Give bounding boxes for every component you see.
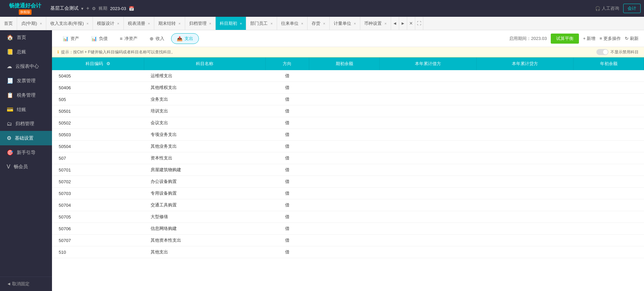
table-row[interactable]: 50704 交通工具购置 借 bbox=[52, 199, 644, 211]
tab-close-all-button[interactable]: ✕ bbox=[407, 17, 415, 30]
consult-button[interactable]: 🎧 人工咨询 bbox=[595, 5, 619, 11]
tab-bar: 首页贞(中期)×收入支出表(年报)×模版设计×税表清册×期末结转×归档管理×科目… bbox=[0, 17, 644, 30]
tab-next-button[interactable]: ► bbox=[399, 17, 407, 30]
refresh-button[interactable]: ↻ 刷新 bbox=[625, 36, 639, 42]
close-tab-icon[interactable]: × bbox=[240, 21, 242, 26]
close-tab-icon[interactable]: × bbox=[40, 21, 42, 26]
close-tab-icon[interactable]: × bbox=[178, 21, 180, 26]
cell-year-opening bbox=[574, 117, 644, 129]
tab-科目期初[interactable]: 科目期初× bbox=[216, 17, 246, 30]
table-row[interactable]: 50705 大型修缮 借 bbox=[52, 211, 644, 223]
tab-往来单位[interactable]: 往来单位× bbox=[277, 17, 308, 30]
table-container[interactable]: 科目编码 ⚙ 科目名称 方向 期初余额 本年累计借方 本年累计贷方 年初余额 5… bbox=[52, 57, 644, 291]
sidebar-item-总账[interactable]: 📒总账 bbox=[0, 45, 52, 59]
close-tab-icon[interactable]: × bbox=[323, 21, 325, 26]
cell-name: 专用设备购置 bbox=[144, 188, 265, 199]
more-icon: ≡ bbox=[599, 36, 602, 41]
sidebar-collapse-button[interactable]: ◄ 取消固定 bbox=[0, 277, 52, 291]
sidebar: 🏠首页📒总账☁云报表中心🧾发票管理📋税务管理💳结账🗂归档管理⚙基础设置🎯新手引导… bbox=[0, 30, 52, 291]
cell-code: 50705 bbox=[52, 211, 144, 223]
cell-opening-balance bbox=[309, 199, 380, 211]
sidebar-item-税务管理[interactable]: 📋税务管理 bbox=[0, 88, 52, 102]
cell-name: 培训支出 bbox=[144, 105, 265, 117]
cell-code: 50701 bbox=[52, 164, 144, 176]
sidebar-label: 首页 bbox=[17, 35, 26, 41]
close-tab-icon[interactable]: × bbox=[209, 21, 211, 26]
cell-year-opening bbox=[574, 141, 644, 152]
table-row[interactable]: 50405 运维维支出 借 bbox=[52, 70, 644, 82]
tab-存货[interactable]: 存货× bbox=[308, 17, 329, 30]
tab-期末结转[interactable]: 期末结转× bbox=[154, 17, 185, 30]
add-button[interactable]: + 新增 bbox=[583, 36, 595, 42]
tab-贞(中期)[interactable]: 贞(中期)× bbox=[17, 17, 46, 30]
close-tab-icon[interactable]: × bbox=[354, 21, 356, 26]
company-dropdown-icon[interactable]: ▾ bbox=[81, 6, 84, 11]
gear-icon[interactable]: ⚙ bbox=[106, 61, 110, 66]
table-row[interactable]: 507 资本性支出 借 bbox=[52, 152, 644, 164]
sidebar-icon: 🎯 bbox=[7, 149, 13, 156]
sub-tab-收入[interactable]: ⊕收入 bbox=[144, 33, 170, 44]
cell-name: 资本性支出 bbox=[144, 152, 265, 164]
table-row[interactable]: 50504 其他业务支出 借 bbox=[52, 141, 644, 152]
table-row[interactable]: 50707 其他资本性支出 借 bbox=[52, 235, 644, 246]
tab-maximize-button[interactable]: ⛶ bbox=[415, 17, 423, 30]
settings-icon[interactable]: ⚙ bbox=[92, 6, 96, 11]
sidebar-item-畅会员[interactable]: V畅会员 bbox=[0, 160, 52, 174]
sub-tab-负债[interactable]: 📊负债 bbox=[86, 33, 113, 44]
sidebar-item-基础设置[interactable]: ⚙基础设置 bbox=[0, 131, 52, 145]
sub-tab-净资产[interactable]: ≡净资产 bbox=[114, 33, 143, 44]
table-row[interactable]: 510 其他支出 借 bbox=[52, 246, 644, 258]
calendar-icon[interactable]: 📅 bbox=[129, 6, 134, 11]
account-button[interactable]: 会计 bbox=[623, 4, 641, 13]
tab-税表清册[interactable]: 税表清册× bbox=[124, 17, 154, 30]
table-row[interactable]: 50703 专用设备购置 借 bbox=[52, 188, 644, 199]
sidebar-icon: 📒 bbox=[7, 49, 13, 55]
tab-计量单位[interactable]: 计量单位× bbox=[330, 17, 360, 30]
hint-text: 提示：按Ctrl + F键并输入科目编码或者科目名称可以查找科目。 bbox=[61, 49, 175, 55]
close-tab-icon[interactable]: × bbox=[117, 21, 119, 26]
sidebar-item-云报表中心[interactable]: ☁云报表中心 bbox=[0, 59, 52, 74]
tab-首页[interactable]: 首页 bbox=[0, 17, 17, 30]
table-row[interactable]: 50406 其他维权支出 借 bbox=[52, 82, 644, 94]
cell-ytd-debit bbox=[380, 129, 477, 141]
sidebar-item-发票管理[interactable]: 🧾发票管理 bbox=[0, 74, 52, 88]
more-button[interactable]: ≡ 更多操作 bbox=[599, 36, 621, 42]
tab-模版设计[interactable]: 模版设计× bbox=[93, 17, 123, 30]
sidebar-item-归档管理[interactable]: 🗂归档管理 bbox=[0, 117, 52, 131]
table-row[interactable]: 50501 培训支出 借 bbox=[52, 105, 644, 117]
close-tab-icon[interactable]: × bbox=[301, 21, 303, 26]
sidebar-item-首页[interactable]: 🏠首页 bbox=[0, 30, 52, 45]
cell-ytd-credit bbox=[477, 235, 574, 246]
tab-归档管理[interactable]: 归档管理× bbox=[185, 17, 216, 30]
add-tab-button[interactable]: + bbox=[86, 5, 89, 11]
cell-opening-balance bbox=[309, 82, 380, 94]
close-tab-icon[interactable]: × bbox=[148, 21, 150, 26]
cell-code: 50706 bbox=[52, 223, 144, 235]
table-row[interactable]: 50503 专项业务支出 借 bbox=[52, 129, 644, 141]
cell-name: 信息网络购建 bbox=[144, 223, 265, 235]
sub-tab-支出[interactable]: 📤支出 bbox=[171, 33, 199, 44]
close-tab-icon[interactable]: × bbox=[270, 21, 272, 26]
col-code: 科目编码 ⚙ bbox=[52, 57, 144, 70]
close-tab-icon[interactable]: × bbox=[87, 21, 89, 26]
cell-direction: 借 bbox=[265, 94, 309, 105]
table-row[interactable]: 50706 信息网络购建 借 bbox=[52, 223, 644, 235]
sidebar-item-结账[interactable]: 💳结账 bbox=[0, 102, 52, 117]
tab-收入支出表(年报)[interactable]: 收入支出表(年报)× bbox=[46, 17, 93, 30]
close-tab-icon[interactable]: × bbox=[384, 21, 386, 26]
table-row[interactable]: 50701 房屋建筑物购建 借 bbox=[52, 164, 644, 176]
cell-ytd-debit bbox=[380, 199, 477, 211]
cell-ytd-debit bbox=[380, 164, 477, 176]
tab-部门员工[interactable]: 部门员工× bbox=[246, 17, 277, 30]
sidebar-label: 总账 bbox=[17, 49, 26, 55]
table-row[interactable]: 50702 办公设备购置 借 bbox=[52, 176, 644, 188]
cell-name: 其他维权支出 bbox=[144, 82, 265, 94]
disable-toggle[interactable] bbox=[596, 49, 608, 55]
trial-balance-button[interactable]: 试算平衡 bbox=[551, 34, 579, 44]
table-row[interactable]: 505 业务支出 借 bbox=[52, 94, 644, 105]
sub-tab-资产[interactable]: 📊资产 bbox=[57, 33, 85, 44]
tab-币种设置[interactable]: 币种设置× bbox=[360, 17, 391, 30]
tab-prev-button[interactable]: ◄ bbox=[391, 17, 399, 30]
table-row[interactable]: 50502 会议支出 借 bbox=[52, 117, 644, 129]
sidebar-item-新手引导[interactable]: 🎯新手引导 bbox=[0, 145, 52, 160]
